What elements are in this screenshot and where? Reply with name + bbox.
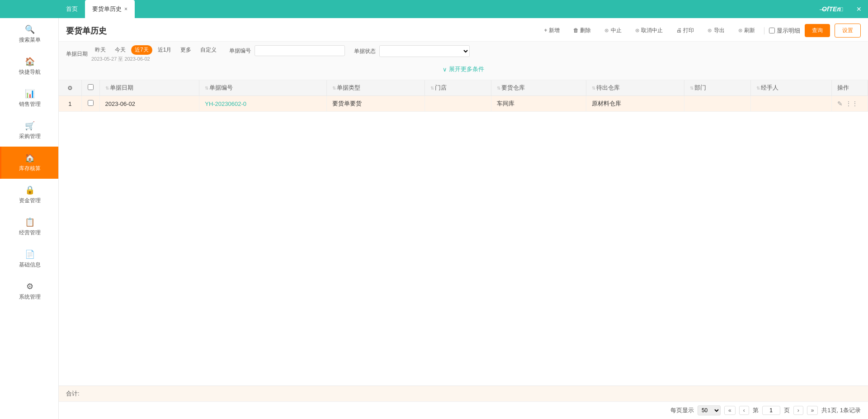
purchase-label: 采购管理 bbox=[19, 133, 41, 140]
status-filter-group: 单据状态 bbox=[354, 45, 470, 57]
show-detail-checkbox[interactable] bbox=[769, 28, 775, 33]
top-bar: 首页 要货单历史 × OfTEn — □ ✕ bbox=[0, 0, 868, 18]
date-pill-today[interactable]: 今天 bbox=[111, 45, 129, 55]
col-doc-date-header[interactable]: ⇅单据日期 bbox=[99, 80, 199, 96]
cell-checkbox bbox=[81, 96, 99, 112]
sidebar-item-search-menu[interactable]: 🔍 搜索菜单 bbox=[0, 18, 58, 50]
toolbar-divider bbox=[764, 27, 764, 34]
doc-no-link[interactable]: YH-20230602-0 bbox=[205, 100, 246, 107]
col-req-warehouse-header[interactable]: ⇅要货仓库 bbox=[491, 80, 586, 96]
last-page-button[interactable]: » bbox=[807, 406, 818, 415]
cell-doc-no: YH-20230602-0 bbox=[199, 96, 327, 112]
data-table: ⚙ ⇅单据日期 ⇅单据编号 ⇅单据类型 ⇅门店 ⇅要货仓库 ⇅待出仓库 ⇅部门 … bbox=[59, 80, 868, 112]
sidebar-item-sales[interactable]: 📊 销售管理 bbox=[0, 82, 58, 114]
sidebar-item-basic[interactable]: 📄 基础信息 bbox=[0, 243, 58, 275]
sidebar-item-inventory[interactable]: 🏠 库存核算 bbox=[0, 147, 58, 179]
page-number-input[interactable] bbox=[762, 406, 780, 415]
expand-icon: ∨ bbox=[443, 66, 447, 73]
status-filter-label: 单据状态 bbox=[354, 48, 376, 55]
window-controls: — □ ✕ bbox=[814, 0, 868, 18]
docno-filter-group: 单据编号 bbox=[229, 45, 345, 56]
page-label-pre: 第 bbox=[753, 406, 759, 414]
toolbar: + 新增 🗑 删除 ⊙ 中止 ⊙ 取消中止 🖨 打印 ⊙ 导出 ⊙ 刷新 显示明… bbox=[540, 24, 861, 38]
query-button[interactable]: 查询 bbox=[805, 24, 830, 37]
cell-index: 1 bbox=[59, 96, 81, 112]
edit-icon[interactable]: ✎ bbox=[837, 100, 843, 107]
expand-filter-button[interactable]: ∨ 展开更多条件 bbox=[439, 64, 488, 74]
col-store-header[interactable]: ⇅门店 bbox=[425, 80, 491, 96]
stop-button[interactable]: ⊙ 中止 bbox=[600, 24, 626, 37]
sales-label: 销售管理 bbox=[19, 100, 41, 108]
quick-nav-icon: 🏠 bbox=[25, 57, 35, 67]
filter-expand-row: ∨ 展开更多条件 bbox=[66, 62, 861, 76]
page-size-label: 每页显示 bbox=[670, 406, 694, 414]
sidebar-item-operations[interactable]: 📋 经营管理 bbox=[0, 211, 58, 243]
print-button[interactable]: 🖨 打印 bbox=[672, 24, 698, 37]
next-page-button[interactable]: › bbox=[793, 406, 803, 415]
export-button[interactable]: ⊙ 导出 bbox=[703, 24, 729, 37]
date-filter-group: 单据日期 昨天 今天 近7天 近1月 更多 自定义 2023-05-27 至 2… bbox=[66, 45, 220, 62]
prev-page-button[interactable]: ‹ bbox=[739, 406, 749, 415]
select-all-checkbox[interactable] bbox=[88, 84, 94, 90]
col-doc-no-header[interactable]: ⇅单据编号 bbox=[199, 80, 327, 96]
tab-close-icon[interactable]: × bbox=[124, 6, 127, 12]
inventory-icon: 🏠 bbox=[25, 153, 35, 163]
col-department-header[interactable]: ⇅部门 bbox=[684, 80, 751, 96]
action-icons: ✎ ⋮⋮ bbox=[837, 100, 862, 107]
more-icon[interactable]: ⋮⋮ bbox=[845, 100, 858, 107]
sidebar-item-system[interactable]: ⚙ 系统管理 bbox=[0, 275, 58, 307]
finance-label: 资金管理 bbox=[19, 197, 41, 205]
date-pill-7days[interactable]: 近7天 bbox=[131, 45, 152, 55]
col-doc-type-header[interactable]: ⇅单据类型 bbox=[327, 80, 425, 96]
page-size-select[interactable]: 50 20 100 200 bbox=[698, 405, 721, 415]
settings-button[interactable]: 设置 bbox=[835, 24, 861, 38]
date-pill-1month[interactable]: 近1月 bbox=[154, 45, 175, 55]
table-body: 1 2023-06-02 YH-20230602-0 要货单要货 车间库 原材料… bbox=[59, 96, 868, 112]
docno-filter-input[interactable] bbox=[255, 45, 345, 56]
page-header: 要货单历史 + 新增 🗑 删除 ⊙ 中止 ⊙ 取消中止 🖨 打印 ⊙ 导出 ⊙ … bbox=[59, 18, 868, 42]
first-page-button[interactable]: « bbox=[724, 406, 736, 415]
sidebar-item-quick-nav[interactable]: 🏠 快捷导航 bbox=[0, 50, 58, 82]
table-header: ⚙ ⇅单据日期 ⇅单据编号 ⇅单据类型 ⇅门店 ⇅要货仓库 ⇅待出仓库 ⇅部门 … bbox=[59, 80, 868, 96]
date-pill-custom[interactable]: 自定义 bbox=[197, 45, 220, 55]
tab-home[interactable]: 首页 bbox=[59, 0, 85, 18]
show-detail-toggle[interactable]: 显示明细 bbox=[769, 27, 800, 35]
date-pill-yesterday[interactable]: 昨天 bbox=[91, 45, 109, 55]
col-handler-header[interactable]: ⇅经手人 bbox=[751, 80, 832, 96]
new-button[interactable]: + 新增 bbox=[540, 24, 564, 37]
cell-actions: ✎ ⋮⋮ bbox=[832, 96, 868, 112]
filter-bar: 单据日期 昨天 今天 近7天 近1月 更多 自定义 2023-05-27 至 2… bbox=[59, 42, 868, 80]
row-checkbox[interactable] bbox=[88, 100, 94, 106]
sidebar-item-finance[interactable]: 🔒 资金管理 bbox=[0, 179, 58, 211]
table-container: ⚙ ⇅单据日期 ⇅单据编号 ⇅单据类型 ⇅门店 ⇅要货仓库 ⇅待出仓库 ⇅部门 … bbox=[59, 80, 868, 386]
content-area: 要货单历史 + 新增 🗑 删除 ⊙ 中止 ⊙ 取消中止 🖨 打印 ⊙ 导出 ⊙ … bbox=[59, 18, 868, 419]
cell-handler bbox=[751, 96, 832, 112]
pagination-bar: 每页显示 50 20 100 200 « ‹ 第 页 › » 共1页, 1条记录 bbox=[59, 401, 868, 419]
col-settings[interactable]: ⚙ bbox=[59, 80, 81, 96]
tab-bar: 首页 要货单历史 × bbox=[59, 0, 135, 18]
refresh-button[interactable]: ⊙ 刷新 bbox=[734, 24, 760, 37]
status-filter-select[interactable] bbox=[379, 45, 470, 57]
quick-nav-label: 快捷导航 bbox=[19, 68, 41, 76]
sales-icon: 📊 bbox=[25, 89, 35, 99]
cancel-stop-button[interactable]: ⊙ 取消中止 bbox=[631, 24, 667, 37]
minimize-button[interactable]: — bbox=[814, 0, 832, 18]
date-pill-more[interactable]: 更多 bbox=[177, 45, 195, 55]
cell-doc-date: 2023-06-02 bbox=[99, 96, 199, 112]
date-filter-label: 单据日期 bbox=[66, 50, 88, 58]
maximize-button[interactable]: □ bbox=[832, 0, 850, 18]
sidebar-item-purchase[interactable]: 🛒 采购管理 bbox=[0, 114, 58, 147]
inventory-label: 库存核算 bbox=[19, 165, 41, 172]
tab-active[interactable]: 要货单历史 × bbox=[85, 0, 135, 18]
col-pending-warehouse-header[interactable]: ⇅待出仓库 bbox=[586, 80, 684, 96]
basic-label: 基础信息 bbox=[19, 261, 41, 269]
close-button[interactable]: ✕ bbox=[850, 0, 868, 18]
system-icon: ⚙ bbox=[26, 281, 33, 291]
filter-top-row: 单据日期 昨天 今天 近7天 近1月 更多 自定义 2023-05-27 至 2… bbox=[66, 45, 861, 62]
finance-icon: 🔒 bbox=[25, 185, 35, 195]
expand-label: 展开更多条件 bbox=[449, 65, 484, 73]
docno-filter-label: 单据编号 bbox=[229, 47, 251, 55]
main-layout: 🔍 搜索菜单🏠 快捷导航📊 销售管理🛒 采购管理🏠 库存核算🔒 资金管理📋 经营… bbox=[0, 18, 868, 419]
sidebar: 🔍 搜索菜单🏠 快捷导航📊 销售管理🛒 采购管理🏠 库存核算🔒 资金管理📋 经营… bbox=[0, 18, 59, 419]
delete-button[interactable]: 🗑 删除 bbox=[569, 24, 595, 37]
